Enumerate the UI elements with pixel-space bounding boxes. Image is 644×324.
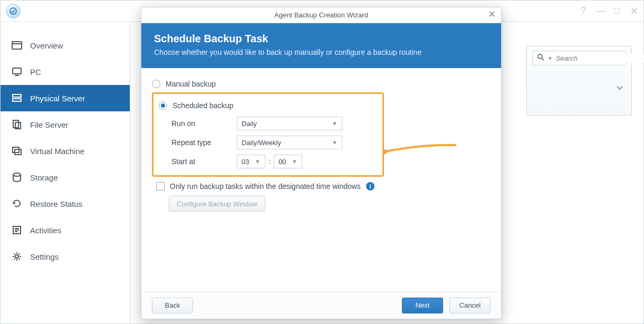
repeat-type-row: Repeat type Daily/Weekly ▼ bbox=[159, 134, 377, 151]
modal-close-button[interactable]: ✕ bbox=[485, 8, 498, 21]
start-hour-value: 03 bbox=[242, 158, 249, 166]
server-icon bbox=[11, 92, 23, 104]
modal-subheading: Choose whether you would like to back up… bbox=[154, 48, 488, 56]
start-at-label: Start at bbox=[159, 157, 237, 166]
modal-banner: Schedule Backup Task Choose whether you … bbox=[141, 23, 501, 68]
run-on-row: Run on Daily ▼ bbox=[159, 115, 377, 132]
sidebar-item-overview[interactable]: Overview bbox=[1, 32, 130, 59]
modal-titlebar: Agent Backup Creation Wizard ✕ bbox=[141, 7, 501, 23]
modal-title: Agent Backup Creation Wizard bbox=[274, 11, 368, 19]
scheduled-backup-label: Scheduled backup bbox=[172, 101, 233, 110]
info-icon[interactable]: i bbox=[366, 182, 374, 190]
maximize-icon[interactable]: □ bbox=[613, 5, 621, 16]
modal-footer: Back Next Cancel bbox=[141, 291, 501, 319]
run-on-select[interactable]: Daily ▼ bbox=[237, 117, 342, 130]
caret-down-icon: ▼ bbox=[332, 120, 338, 127]
overview-icon bbox=[11, 40, 23, 51]
sidebar-item-restore-status[interactable]: Restore Status bbox=[1, 190, 130, 217]
svg-rect-1 bbox=[12, 42, 22, 49]
repeat-type-label: Repeat type bbox=[159, 138, 237, 147]
start-at-row: Start at 03 ▼ : 00 ▼ bbox=[159, 153, 377, 170]
sidebar-item-label: Overview bbox=[30, 41, 63, 50]
start-hour-select[interactable]: 03 ▼ bbox=[237, 155, 265, 168]
svg-point-12 bbox=[538, 54, 542, 59]
back-button[interactable]: Back bbox=[152, 298, 193, 313]
sidebar-item-label: File Server bbox=[30, 120, 69, 129]
sidebar-item-label: Physical Server bbox=[30, 94, 85, 103]
sidebar-item-label: PC bbox=[30, 68, 41, 77]
modal-body: Manual backup Scheduled backup Run on Da… bbox=[141, 68, 501, 291]
scheduled-box-highlight: Scheduled backup Run on Daily ▼ Repeat t… bbox=[152, 92, 384, 177]
manual-backup-radio-row[interactable]: Manual backup bbox=[152, 77, 491, 91]
manual-backup-radio[interactable] bbox=[152, 80, 160, 88]
activities-icon bbox=[11, 224, 23, 236]
sidebar-item-label: Settings bbox=[30, 252, 59, 261]
restore-icon bbox=[11, 198, 23, 209]
sidebar-item-label: Activities bbox=[30, 226, 61, 235]
time-colon: : bbox=[268, 157, 271, 166]
sidebar-item-label: Virtual Machine bbox=[30, 147, 84, 156]
caret-down-icon: ▼ bbox=[332, 139, 338, 146]
sidebar-item-storage[interactable]: Storage bbox=[1, 164, 130, 190]
gear-icon bbox=[11, 251, 23, 262]
sidebar-item-file-server[interactable]: File Server bbox=[1, 111, 130, 138]
cancel-button[interactable]: Cancel bbox=[449, 298, 491, 313]
sidebar-item-virtual-machine[interactable]: Virtual Machine bbox=[1, 138, 130, 164]
sidebar-item-physical-server[interactable]: Physical Server bbox=[1, 85, 130, 111]
search-dropdown-caret[interactable]: ▼ bbox=[547, 55, 553, 61]
manual-backup-label: Manual backup bbox=[166, 80, 216, 88]
outer-window: ? — □ ✕ Overview PC Physical Server File… bbox=[0, 0, 644, 324]
caret-down-icon: ▼ bbox=[292, 158, 297, 165]
svg-point-9 bbox=[13, 173, 21, 176]
sidebar: Overview PC Physical Server File Server … bbox=[1, 22, 130, 323]
run-on-label: Run on bbox=[159, 119, 237, 128]
scheduled-backup-radio-row[interactable]: Scheduled backup bbox=[159, 98, 377, 113]
right-panel: ▼ bbox=[526, 46, 632, 116]
sidebar-item-label: Storage bbox=[30, 173, 58, 182]
vm-icon bbox=[11, 145, 23, 157]
sidebar-item-activities[interactable]: Activities bbox=[1, 217, 130, 243]
svg-rect-3 bbox=[13, 94, 21, 97]
outer-window-controls: ? — □ ✕ bbox=[579, 5, 638, 17]
app-icon bbox=[6, 4, 21, 18]
repeat-type-select[interactable]: Daily/Weekly ▼ bbox=[237, 136, 342, 149]
next-button[interactable]: Next bbox=[402, 298, 443, 313]
repeat-type-value: Daily/Weekly bbox=[242, 139, 281, 147]
caret-down-icon: ▼ bbox=[255, 158, 261, 165]
help-icon[interactable]: ? bbox=[579, 5, 588, 16]
start-min-value: 00 bbox=[278, 158, 286, 166]
search-icon bbox=[537, 53, 544, 63]
file-server-icon bbox=[11, 119, 23, 130]
time-window-label: Only run backup tasks within the designa… bbox=[170, 182, 361, 190]
search-bar[interactable]: ▼ bbox=[532, 51, 626, 65]
time-window-row[interactable]: Only run backup tasks within the designa… bbox=[156, 182, 491, 190]
search-input[interactable] bbox=[556, 54, 644, 62]
scheduled-backup-radio[interactable] bbox=[159, 101, 167, 110]
configure-window-button: Configure Backup Window bbox=[169, 196, 265, 212]
run-on-value: Daily bbox=[242, 120, 257, 128]
svg-rect-2 bbox=[13, 68, 21, 74]
chevron-down-icon[interactable] bbox=[616, 83, 624, 94]
svg-rect-4 bbox=[13, 99, 21, 101]
start-min-select[interactable]: 00 ▼ bbox=[274, 155, 302, 168]
pc-icon bbox=[11, 66, 23, 78]
sidebar-item-pc[interactable]: PC bbox=[1, 59, 130, 85]
storage-icon bbox=[11, 171, 23, 183]
close-icon[interactable]: ✕ bbox=[630, 5, 638, 17]
svg-point-11 bbox=[15, 255, 18, 258]
refresh-check-icon bbox=[9, 7, 17, 15]
time-window-checkbox[interactable] bbox=[156, 182, 165, 190]
minimize-icon[interactable]: — bbox=[596, 5, 604, 16]
sidebar-item-label: Restore Status bbox=[30, 199, 82, 208]
modal-heading: Schedule Backup Task bbox=[154, 33, 488, 45]
wizard-modal: Agent Backup Creation Wizard ✕ Schedule … bbox=[141, 7, 502, 319]
sidebar-item-settings[interactable]: Settings bbox=[1, 243, 130, 270]
